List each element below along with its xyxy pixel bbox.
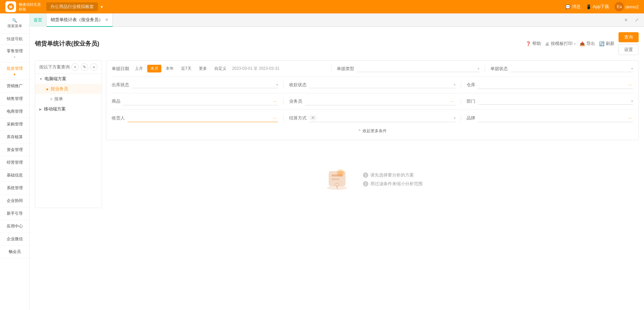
print-btn[interactable]: 🖨 按模板打印 ▾ [545, 41, 576, 47]
sidebar-item-basic[interactable]: 基础信息 [0, 169, 29, 182]
app-download-btn[interactable]: 📱 App下载 [586, 4, 609, 10]
sidebar-item-member[interactable]: 畅会员 [0, 246, 29, 258]
date-btn-this-year[interactable]: 本年 [163, 65, 177, 72]
sidebar-item-label: 零售管理 [1, 48, 28, 54]
warehouse-ell[interactable]: ··· [627, 82, 633, 87]
salesman-label: 业务员 [289, 98, 302, 104]
date-btn-this-month[interactable]: 本月 [147, 65, 161, 72]
consignee-ell[interactable]: ··· [272, 115, 278, 120]
sidebar-item-inventory[interactable]: 库存核算 [0, 131, 29, 144]
expand-icon: ▼ [39, 77, 43, 81]
sidebar-item-ecommerce[interactable]: 电商管理 [0, 105, 29, 118]
sidebar-item-purchase[interactable]: 采购管理 [0, 118, 29, 131]
date-btn-more[interactable]: 更多 [196, 65, 210, 72]
brand-select[interactable]: ··· [478, 114, 633, 122]
edit-scheme-btn[interactable]: ✎ [81, 63, 88, 71]
window-close-btn[interactable]: ✕ [621, 15, 631, 25]
collapse-panel-btn[interactable]: « [90, 63, 98, 71]
sidebar-item-sales[interactable]: 销售管理 [0, 93, 29, 105]
add-scheme-btn[interactable]: + [71, 63, 79, 71]
message-label: 消息 [572, 4, 581, 10]
collapse-filter-btn[interactable]: ⌃ 收起更多条件 [112, 126, 633, 136]
department-select[interactable]: ▾ [478, 98, 633, 105]
sidebar-item-marketing[interactable]: 营销推广 [0, 80, 29, 93]
date-btn-custom[interactable]: 自定义 [211, 65, 229, 72]
help-btn[interactable]: ❓ 帮助 [526, 41, 541, 47]
goods-select[interactable]: ··· [123, 97, 278, 105]
consignee-label: 收货人 [112, 115, 125, 121]
tab-home[interactable]: 首页 [30, 13, 47, 27]
by-salesman-label: 按业务员 [51, 86, 68, 92]
divider [283, 82, 284, 88]
sidebar-item-system[interactable]: 系统管理 [0, 182, 29, 195]
sidebar-item-label: 批发管理 [1, 66, 28, 71]
settlement-clear-btn[interactable]: ✕ [309, 115, 317, 120]
tip1-num: 1 [363, 172, 368, 178]
sidebar-item-enterprise[interactable]: 企业协同 [0, 195, 29, 207]
refresh-btn[interactable]: 🔄 刷新 [599, 41, 614, 47]
doc-status-select[interactable]: ▾ [511, 65, 633, 72]
sidebar-item-retail[interactable]: 零售管理 ▲ [0, 45, 29, 62]
print-icon: 🖨 [545, 41, 549, 46]
by-order-label: 按单 [54, 96, 63, 102]
tree-mobile-scheme[interactable]: ▶ 移动端方案 [35, 104, 102, 114]
sidebar-item-wholesale[interactable]: 批发管理 ▲ [0, 62, 29, 80]
query-btn[interactable]: 查询 [619, 32, 639, 42]
doc-status-label: 单据状态 [490, 66, 508, 72]
brand-ell[interactable]: ··· [627, 115, 633, 120]
export-btn[interactable]: 📤 导出 [580, 41, 595, 47]
salesman-select[interactable]: ··· [305, 97, 455, 105]
sidebar-item-wechat[interactable]: 企业微信 [0, 233, 29, 246]
svg-text:畅: 畅 [9, 5, 12, 9]
search-menu-btn[interactable]: 🔍 搜索菜单 [0, 13, 29, 34]
tree-by-order[interactable]: ≡ 按单 [35, 94, 102, 104]
app-dropdown-icon[interactable]: ▾ [101, 4, 103, 9]
message-btn[interactable]: 💬 消息 [565, 4, 581, 10]
user-menu[interactable]: Ea demo2 [614, 2, 639, 11]
consignee-select[interactable]: ··· [127, 114, 278, 122]
doc-type-label: 单据类型 [337, 66, 354, 72]
date-btn-last-month[interactable]: 上月 [132, 65, 146, 72]
tab-close-btn[interactable]: ✕ [105, 17, 108, 22]
tab-report[interactable]: 销货单统计表（按业务员） ✕ [47, 13, 113, 27]
app-name[interactable]: 办公用品行业模拟账套 [46, 2, 98, 11]
department-label: 部门 [467, 98, 475, 104]
window-maximize-btn[interactable]: ⤢ [632, 15, 641, 25]
sidebar-item-newbie[interactable]: 新手引导 [0, 207, 29, 220]
salesman-ell[interactable]: ··· [449, 99, 455, 104]
tree-desktop-scheme[interactable]: ▼ 电脑端方案 [35, 74, 102, 84]
active-scheme-icon: ● [46, 87, 49, 92]
divider [331, 65, 331, 72]
settings-btn[interactable]: 设置 [619, 44, 639, 55]
sidebar-item-appstore[interactable]: 应用中心 [0, 220, 29, 233]
empty-tip1: 请先选择要分析的方案 [370, 172, 414, 178]
download-label: App下载 [593, 4, 609, 10]
empty-tips: 1 请先选择要分析的方案 2 用过滤条件来缩小分析范围 [363, 172, 423, 187]
warehouse-select[interactable]: ··· [478, 81, 633, 89]
out-status-arrow: ▾ [276, 83, 278, 87]
home-tab-label: 首页 [34, 17, 42, 23]
filter-separator [112, 93, 633, 93]
settlement-label: 结算方式 [289, 115, 307, 121]
goods-ell[interactable]: ··· [272, 99, 278, 104]
mobile-scheme-label: 移动端方案 [44, 106, 66, 112]
receipt-status-select[interactable]: ▾ [309, 82, 455, 88]
department-arrow: ▾ [631, 99, 633, 103]
quick-nav-btn[interactable]: 快捷导航 [0, 34, 29, 45]
sidebar-item-finance[interactable]: 资金管理 [0, 144, 29, 156]
receipt-status-arrow: ▾ [454, 83, 455, 87]
collapse-label: 收起更多条件 [363, 128, 387, 134]
sidebar-item-operation[interactable]: 经营管理 [0, 156, 29, 169]
tip2-num: 2 [363, 181, 368, 187]
help-icon: ❓ [526, 41, 531, 46]
out-status-select[interactable]: ▾ [132, 82, 278, 88]
tree-by-salesman[interactable]: ● 按业务员 [35, 84, 102, 94]
settlement-select[interactable]: ✕ ▾ [309, 114, 455, 122]
date-label: 单据日期 [112, 66, 129, 72]
print-dropdown-icon: ▾ [574, 42, 576, 46]
download-icon: 📱 [586, 4, 591, 9]
search-menu-label: 搜索菜单 [4, 23, 25, 29]
goods-label: 商品 [112, 98, 120, 104]
date-btn-7days[interactable]: 近7天 [178, 65, 195, 72]
doc-type-select[interactable]: ▾ [357, 65, 479, 72]
